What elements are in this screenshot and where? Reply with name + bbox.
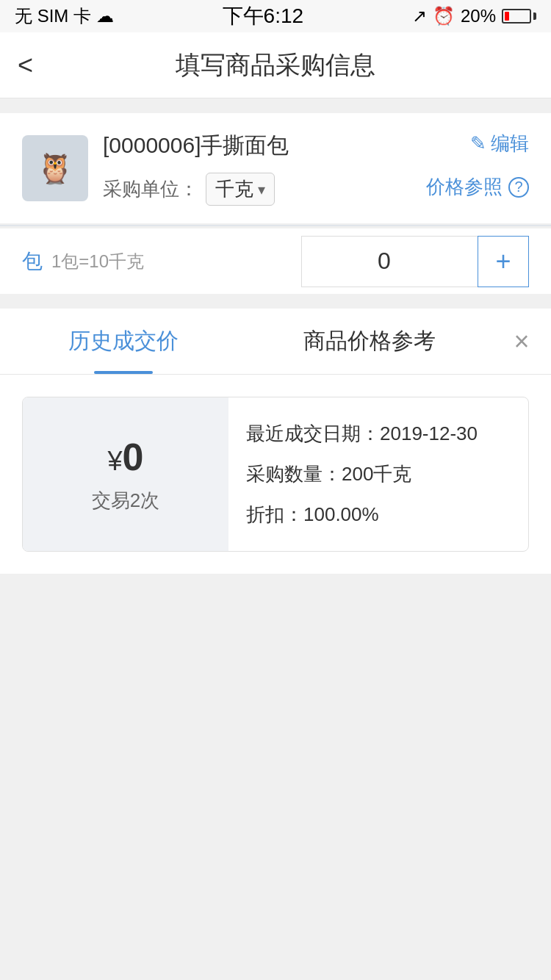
status-left: 无 SIM 卡 ☁ [15, 4, 114, 28]
recent-date-label: 最近成交日期： [246, 422, 380, 444]
battery-icon [502, 9, 536, 24]
tab-close-button[interactable]: × [492, 309, 551, 374]
back-button[interactable]: < [18, 50, 33, 81]
price-ref-button[interactable]: 价格参照 [426, 174, 503, 200]
purchase-qty-label: 采购数量： [246, 463, 342, 485]
location-icon: ↗ [412, 6, 427, 26]
product-id-name: [0000006]手撕面包 [103, 131, 289, 161]
quantity-controls: + [301, 236, 529, 287]
page-title: 填写商品采购信息 [176, 48, 375, 82]
unit-convert-label: 1包=10千克 [51, 250, 144, 273]
tab-content: ¥0 交易2次 最近成交日期：2019-12-30 采购数量：200千克 折扣：… [0, 375, 551, 574]
battery-percent: 20% [461, 6, 496, 26]
purchase-qty-row: 采购数量：200千克 [246, 460, 511, 489]
product-id: [0000006] [103, 133, 201, 157]
tab-underline [94, 371, 153, 374]
product-card: 🦉 [0000006]手撕面包 采购单位： 千克 ▾ ✎ 编辑 [0, 113, 551, 223]
bag-unit-label: 包 [22, 248, 43, 275]
transaction-left: ¥0 交易2次 [23, 397, 228, 551]
quantity-input[interactable] [301, 236, 478, 287]
price-ref-row: 价格参照 ? [426, 174, 529, 200]
unit-dropdown-arrow: ▾ [258, 181, 265, 198]
alarm-icon: ⏰ [433, 6, 455, 26]
unit-label: 包 [22, 248, 43, 275]
nav-bar: < 填写商品采购信息 [0, 32, 551, 98]
product-left: 🦉 [0000006]手撕面包 采购单位： 千克 ▾ [22, 131, 289, 206]
transaction-amount: ¥0 [108, 435, 144, 479]
status-time: 下午6:12 [223, 2, 304, 30]
recent-date-row: 最近成交日期：2019-12-30 [246, 419, 511, 448]
product-logo: 🦉 [37, 151, 73, 186]
product-header: 🦉 [0000006]手撕面包 采购单位： 千克 ▾ ✎ 编辑 [22, 131, 529, 206]
discount-label: 折扣： [246, 503, 303, 525]
tab-history-price[interactable]: 历史成交价 [0, 309, 246, 374]
product-thumbnail: 🦉 [22, 135, 88, 201]
transaction-count: 交易2次 [92, 488, 159, 514]
quantity-left: 包 1包=10千克 [22, 248, 144, 275]
discount-row: 折扣：100.00% [246, 500, 511, 529]
unit-selector[interactable]: 千克 ▾ [206, 173, 275, 206]
status-right: ↗ ⏰ 20% [412, 6, 536, 26]
tabs-header: 历史成交价 商品价格参考 × [0, 309, 551, 375]
recent-date-value: 2019-12-30 [380, 422, 478, 444]
amount-value: 0 [123, 436, 144, 478]
edit-icon: ✎ [470, 132, 486, 155]
edit-label: 编辑 [491, 131, 529, 156]
purchase-unit-label: 采购单位： [103, 176, 198, 202]
unit-value: 千克 [215, 176, 253, 202]
quantity-row: 包 1包=10千克 + [0, 228, 551, 294]
tabs-section: 历史成交价 商品价格参考 × ¥0 交易2次 最近成交日期：2019-12-30… [0, 309, 551, 574]
tab-product-price-ref[interactable]: 商品价格参考 [246, 309, 492, 374]
help-button[interactable]: ? [508, 177, 529, 198]
currency-symbol: ¥ [108, 446, 123, 476]
discount-value: 100.00% [303, 503, 379, 525]
transaction-right: 最近成交日期：2019-12-30 采购数量：200千克 折扣：100.00% [228, 397, 528, 551]
quantity-plus-button[interactable]: + [478, 236, 529, 287]
transaction-card: ¥0 交易2次 最近成交日期：2019-12-30 采购数量：200千克 折扣：… [22, 397, 529, 552]
tab-history-price-label: 历史成交价 [68, 326, 179, 356]
purchase-qty-value: 200千克 [342, 463, 411, 485]
divider [0, 225, 551, 226]
product-info: [0000006]手撕面包 采购单位： 千克 ▾ [103, 131, 289, 206]
product-unit-row: 采购单位： 千克 ▾ [103, 173, 289, 206]
sim-label: 无 SIM 卡 ☁ [15, 4, 114, 28]
status-bar: 无 SIM 卡 ☁ 下午6:12 ↗ ⏰ 20% [0, 0, 551, 32]
product-name: 手撕面包 [201, 133, 289, 157]
tab-product-price-ref-label: 商品价格参考 [303, 326, 436, 356]
edit-button[interactable]: ✎ 编辑 [470, 131, 529, 156]
